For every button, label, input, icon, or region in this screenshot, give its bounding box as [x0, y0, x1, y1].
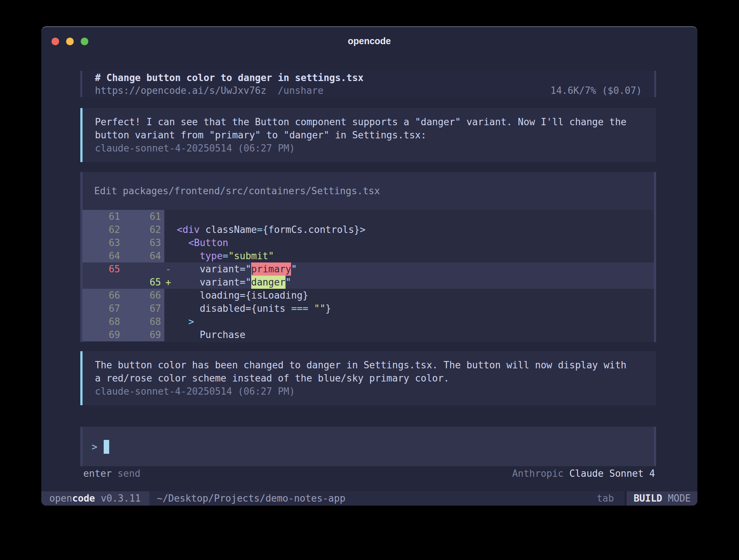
message-meta: claude-sonnet-4-20250514 (06:27 PM): [95, 142, 656, 155]
diff-row: 6767 disabled={units === ""}: [83, 302, 654, 315]
diff-rows: 61616262 <div className={formCs.controls…: [83, 210, 654, 341]
share-url: https://opencode.ai/s/UwJxv76z: [95, 85, 267, 96]
line-number-old: 61: [83, 210, 123, 223]
line-number-gutter: 6161: [83, 210, 164, 223]
edit-tool-block: Edit packages/frontend/src/containers/Se…: [80, 172, 656, 342]
message-line: a red/rose color scheme instead of the b…: [95, 372, 656, 385]
message-line: Perfect! I can see that the Button compo…: [95, 115, 656, 129]
tab-key-hint: tab: [597, 491, 614, 506]
mode-name: BUILD: [633, 493, 662, 504]
line-number-old: [83, 276, 123, 289]
diff-row: 6666 loading={isLoading}: [83, 289, 654, 302]
diff-code-line: type="submit": [164, 249, 654, 262]
project-path: ~/Desktop/Projects/demo-notes-app: [157, 491, 597, 506]
window-title: opencode: [41, 27, 697, 53]
line-number-old: 66: [83, 289, 123, 302]
app-version-chip: opencode v0.3.11: [41, 491, 149, 506]
line-number-new: 65: [123, 276, 164, 289]
line-number-old: 69: [83, 328, 123, 341]
send-action-label: send: [118, 468, 141, 479]
token-cost-stats: 14.6K/7% ($0.07): [551, 84, 642, 97]
prompt-input[interactable]: >: [80, 427, 656, 466]
diff-code-line: [164, 210, 654, 223]
message-line: button variant from "primary" to "danger…: [95, 129, 656, 142]
status-bar: opencode v0.3.11 ~/Desktop/Projects/demo…: [41, 491, 697, 506]
line-number-gutter: 6868: [83, 315, 164, 328]
text-cursor: [104, 440, 109, 454]
diff-code-line: Purchase: [164, 328, 654, 341]
unshare-command: /unshare: [278, 85, 323, 96]
line-number-gutter: 6464: [83, 249, 164, 262]
send-action-hint: [112, 468, 118, 479]
line-number-new: 61: [123, 210, 164, 223]
edit-tool-title: Edit packages/frontend/src/containers/Se…: [83, 172, 654, 210]
diff-row: 6262 <div className={formCs.controls}>: [83, 223, 654, 236]
app-window: opencode # Change button color to danger…: [41, 26, 697, 506]
model-indicator: Anthropic Claude Sonnet 4: [512, 467, 655, 480]
diff-code-line: loading={isLoading}: [164, 289, 654, 302]
diff-row: 6464 type="submit": [83, 249, 654, 262]
line-number-new: 62: [123, 223, 164, 236]
line-number-gutter: 6262: [83, 223, 164, 236]
prompt-symbol: >: [92, 441, 97, 452]
line-number-new: 63: [123, 236, 164, 249]
app-name-code: code: [72, 493, 95, 504]
app-name-open: open: [49, 493, 72, 504]
diff-row: 65- variant="primary": [83, 262, 654, 276]
diff-code-line: >: [164, 315, 654, 328]
title-bar: opencode: [41, 27, 697, 53]
line-number-new: 69: [123, 328, 164, 341]
session-title: # Change button color to danger in setti…: [95, 72, 654, 84]
diff-code-line: <Button: [164, 236, 654, 249]
message-meta: claude-sonnet-4-20250514 (06:27 PM): [95, 385, 656, 398]
session-header: # Change button color to danger in setti…: [80, 71, 656, 97]
line-number-new: 68: [123, 315, 164, 328]
diff-code-line: disabled={units === ""}: [164, 302, 654, 315]
line-number-new: 67: [123, 302, 164, 315]
enter-key-hint: enter: [83, 468, 112, 479]
diff-row: 6969 Purchase: [83, 328, 654, 341]
diff-row: 65+ variant="danger": [83, 276, 654, 289]
assistant-message: The button color has been changed to dan…: [80, 351, 656, 405]
line-number-gutter: 6767: [83, 302, 164, 315]
diff-row: 6868 >: [83, 315, 654, 328]
line-number-gutter: 6363: [83, 236, 164, 249]
line-number-new: 66: [123, 289, 164, 302]
line-number-gutter: 65: [83, 262, 164, 276]
line-number-old: 62: [83, 223, 123, 236]
line-number-new: 64: [123, 249, 164, 262]
line-number-gutter: 6969: [83, 328, 164, 341]
line-number-gutter: 65: [83, 276, 164, 289]
line-number-gutter: 6666: [83, 289, 164, 302]
provider-name: Anthropic: [512, 468, 570, 479]
assistant-message: Perfect! I can see that the Button compo…: [80, 108, 656, 162]
line-number-old: 65: [83, 262, 123, 276]
diff-row: 6363 <Button: [83, 236, 654, 249]
diff-row: 6161: [83, 210, 654, 223]
line-number-old: 67: [83, 302, 123, 315]
line-number-new: [123, 262, 164, 276]
diff-code-line: - variant="primary": [164, 262, 654, 276]
line-number-old: 68: [83, 315, 123, 328]
diff-code-line: + variant="danger": [164, 276, 654, 289]
message-line: The button color has been changed to dan…: [95, 358, 656, 372]
prompt-line: >: [92, 440, 109, 454]
model-name: Claude Sonnet 4: [569, 468, 655, 479]
mode-suffix: MODE: [662, 493, 691, 504]
build-mode-chip: BUILD MODE: [625, 491, 697, 506]
app-version: v0.3.11: [95, 493, 141, 504]
line-number-old: 63: [83, 236, 123, 249]
hints-row: enter send Anthropic Claude Sonnet 4: [80, 467, 656, 480]
diff-code-line: <div className={formCs.controls}>: [164, 223, 654, 236]
line-number-old: 64: [83, 249, 123, 262]
